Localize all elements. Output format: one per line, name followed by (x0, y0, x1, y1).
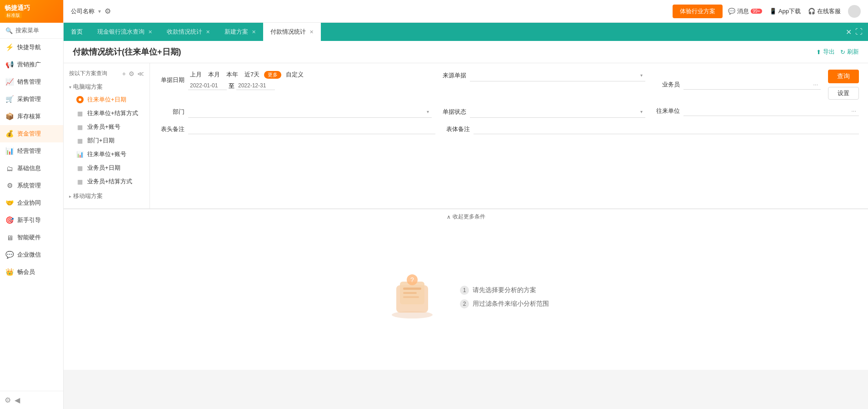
tab-bank-flow[interactable]: 现金银行流水查询✕ (90, 23, 160, 41)
member-icon: 👑 (5, 268, 14, 276)
last-month-btn[interactable]: 上月 (188, 70, 204, 80)
hint-num-2: 2 (460, 299, 469, 308)
sidebar-item-marketing[interactable]: 📢 营销推广 (0, 56, 63, 73)
sidebar-item-wechat[interactable]: 💬 企业微信 (0, 246, 63, 263)
tab-close-payment-stat[interactable]: ✕ (206, 29, 210, 35)
scheme-item-dept-date[interactable]: ▦部门+日期 (64, 134, 150, 147)
dept-select[interactable]: ▾ (188, 106, 432, 118)
settings-icon[interactable]: ⚙ (5, 396, 11, 404)
scheme-item-staff-date[interactable]: ▦业务员+日期 (64, 161, 150, 175)
scheme-collapse-icon[interactable]: ≪ (137, 70, 144, 77)
empty-hint-1: 1 请先选择要分析的方案 (460, 286, 549, 295)
marketing-icon: 📢 (5, 61, 14, 69)
source-arrow-icon: ▾ (640, 73, 643, 78)
scheme-items-pc: 往来单位+日期▦往来单位+结算方式▦业务员+账号▦部门+日期📊往来单位+账号▦业… (64, 93, 150, 188)
refresh-icon: ↻ (840, 49, 845, 56)
sidebar-search[interactable]: 🔍 搜索菜单 (0, 23, 63, 39)
scheme-group-mobile: ▸ 移动端方案 (64, 190, 150, 202)
scheme-label-staff-account: 业务员+账号 (87, 123, 120, 131)
close-all-icon[interactable]: ✕ (846, 28, 852, 36)
svg-rect-3 (403, 288, 421, 290)
tabbar: 首页现金银行流水查询✕收款情况统计✕新建方案✕付款情况统计✕ ✕ ⛶ (64, 23, 868, 41)
sidebar-label-quick-nav: 快捷导航 (17, 43, 41, 51)
notification-item[interactable]: 💬 消息 99+ (728, 7, 762, 15)
last-7days-btn[interactable]: 近7天 (243, 70, 261, 80)
tab-payment-stat2[interactable]: 付款情况统计✕ (263, 23, 321, 41)
scheme-item-partner-date[interactable]: 往来单位+日期 (64, 93, 150, 106)
refresh-button[interactable]: ↻ 刷新 (840, 48, 859, 56)
enterprise-icon: 🤝 (5, 199, 14, 207)
partner-label: 往来单位 (654, 107, 680, 115)
sidebar-item-finance[interactable]: 💰 资金管理 (0, 125, 63, 142)
sidebar-item-quick-nav[interactable]: ⚡ 快捷导航 (0, 39, 63, 56)
scheme-icon-staff-settle: ▦ (76, 178, 84, 185)
dropdown-arrow-icon[interactable]: ▾ (98, 8, 101, 15)
sales-icon: 📈 (5, 78, 14, 86)
export-button[interactable]: ⬆ 导出 (816, 48, 835, 56)
online-service-item[interactable]: 🎧 在线客服 (808, 7, 841, 15)
source-select[interactable]: ▾ (470, 70, 645, 81)
logo: 畅捷通巧 标准版 (5, 4, 30, 19)
collapse-button[interactable]: ∧ 收起更多条件 (447, 213, 485, 221)
query-button[interactable]: 查询 (828, 70, 859, 83)
sidebar-item-ops[interactable]: 📊 经营管理 (0, 142, 63, 160)
trial-button[interactable]: 体验行业方案 (673, 5, 723, 18)
tab-close-payment-stat2[interactable]: ✕ (309, 29, 314, 35)
sidebar-label-base: 基础信息 (17, 164, 41, 172)
sidebar-item-system[interactable]: ⚙ 系统管理 (0, 177, 63, 194)
topbar-gear-icon[interactable]: ⚙ (105, 7, 111, 15)
scheme-icon-dept-date: ▦ (76, 137, 84, 144)
empty-hints: 1 请先选择要分析的方案 2 用过滤条件来缩小分析范围 (460, 286, 549, 308)
scheme-icon-partner-account: 📊 (76, 151, 84, 158)
more-date-btn[interactable]: 更多 (264, 71, 281, 79)
scheme-group-header-pc[interactable]: ▾ 电脑端方案 (64, 81, 150, 93)
partner-dots[interactable]: ··· (851, 107, 856, 114)
header-remark-input[interactable] (188, 124, 435, 134)
app-download-item[interactable]: 📱 App下载 (769, 7, 801, 15)
sidebar-label-system: 系统管理 (17, 182, 41, 190)
tab-new-scheme[interactable]: 新建方案✕ (217, 23, 263, 41)
date-end-input[interactable] (236, 81, 275, 90)
sidebar-items: ⚡ 快捷导航 📢 营销推广 📈 销售管理 🛒 采购管理 📦 库存核算 💰 资金管… (0, 39, 63, 281)
scheme-settings-icon[interactable]: ⚙ (129, 70, 135, 77)
sidebar-label-hardware: 智能硬件 (17, 233, 41, 242)
body-remark-input[interactable] (474, 124, 859, 134)
staff-select[interactable]: ··· (683, 80, 821, 90)
avatar[interactable] (848, 5, 861, 18)
date-start-input[interactable] (188, 81, 227, 90)
sidebar-search-label: 搜索菜单 (15, 26, 39, 35)
scheme-item-staff-settle[interactable]: ▦业务员+结算方式 (64, 175, 150, 188)
scheme-item-partner-account[interactable]: 📊往来单位+账号 (64, 147, 150, 161)
sidebar-item-base[interactable]: 🗂 基础信息 (0, 160, 63, 177)
scheme-item-partner-settle[interactable]: ▦往来单位+结算方式 (64, 106, 150, 120)
tab-home[interactable]: 首页 (64, 23, 90, 41)
sidebar-item-purchase[interactable]: 🛒 采购管理 (0, 91, 63, 108)
purchase-icon: 🛒 (5, 95, 14, 103)
sidebar-item-enterprise[interactable]: 🤝 企业协同 (0, 194, 63, 212)
svg-rect-5 (403, 296, 419, 298)
tab-close-new-scheme[interactable]: ✕ (252, 29, 256, 35)
sidebar-item-sales[interactable]: 📈 销售管理 (0, 73, 63, 91)
custom-date-btn[interactable]: 自定义 (284, 70, 305, 80)
scheme-group-header-mobile[interactable]: ▸ 移动端方案 (64, 190, 150, 202)
scheme-item-staff-account[interactable]: ▦业务员+账号 (64, 120, 150, 134)
sidebar-label-marketing: 营销推广 (17, 61, 41, 69)
staff-dots[interactable]: ··· (813, 81, 818, 88)
ops-icon: 📊 (5, 147, 14, 155)
sidebar-item-guide[interactable]: 🎯 新手引导 (0, 212, 63, 229)
partner-select[interactable]: ··· (683, 106, 859, 116)
query-settings-button[interactable]: 设置 (828, 87, 859, 100)
add-scheme-icon[interactable]: + (122, 70, 126, 77)
this-year-btn[interactable]: 本年 (224, 70, 240, 80)
sidebar-item-inventory[interactable]: 📦 库存核算 (0, 108, 63, 125)
expand-icon[interactable]: ⛶ (855, 28, 863, 36)
sidebar-item-hardware[interactable]: 🖥 智能硬件 (0, 229, 63, 246)
tabs-container: 首页现金银行流水查询✕收款情况统计✕新建方案✕付款情况统计✕ (64, 23, 321, 41)
this-month-btn[interactable]: 本月 (206, 70, 222, 80)
tab-payment-stat[interactable]: 收款情况统计✕ (160, 23, 217, 41)
query-form: 单据日期 上月 本月 本年 近7天 更多 自定义 (150, 63, 868, 208)
collapse-icon[interactable]: ◀ (15, 396, 20, 404)
voucher-status-select[interactable]: ▾ (470, 106, 645, 118)
tab-close-bank-flow[interactable]: ✕ (148, 29, 152, 35)
sidebar-item-member[interactable]: 👑 畅会员 (0, 263, 63, 281)
